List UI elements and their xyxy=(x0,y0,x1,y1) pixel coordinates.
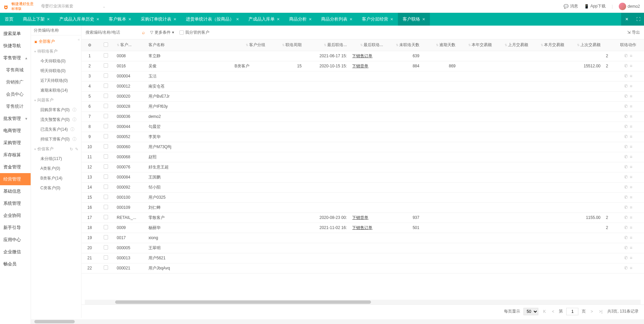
nav-item[interactable]: 会员中心 xyxy=(0,88,31,100)
nav-item[interactable]: 营销推广 xyxy=(0,76,31,88)
row-checkbox[interactable] xyxy=(98,111,114,122)
tab-首页[interactable]: 首页 xyxy=(0,13,18,26)
nav-item[interactable]: 库存核算 xyxy=(0,149,31,161)
last-action-link[interactable]: 下销售订单 xyxy=(352,54,372,58)
phone-icon[interactable]: ✆ xyxy=(624,84,628,89)
more-icon[interactable]: ⌗ xyxy=(630,134,632,139)
more-icon[interactable]: ⌗ xyxy=(630,164,632,169)
nav-item[interactable]: 零售统计 xyxy=(0,100,31,112)
tree-leaf[interactable]: 逾期未联络(14) xyxy=(31,86,81,95)
my-customers-checkbox[interactable]: 我分管的客户 xyxy=(179,30,209,35)
table-row[interactable]: 16000109刘仁蝉✆⌗ xyxy=(81,202,644,213)
nav-item[interactable]: 畅会员 xyxy=(0,258,31,270)
row-checkbox[interactable] xyxy=(98,142,114,152)
nav-item[interactable]: 新手引导 xyxy=(0,222,31,234)
last-action-link[interactable]: 下销售订单 xyxy=(352,225,372,230)
last-action-link[interactable]: 下销货单 xyxy=(352,215,368,220)
table-row[interactable]: 21000013用户5621✆⌗ xyxy=(81,253,644,263)
nav-item[interactable]: 资金管理 xyxy=(0,161,31,173)
tab-产成品入库单[interactable]: 产成品入库单✕ xyxy=(244,13,284,26)
user-menu[interactable]: demo2 xyxy=(619,3,640,10)
app-download-button[interactable]: 📱 App下载 xyxy=(584,3,606,9)
tree-search-input[interactable] xyxy=(34,28,81,33)
refresh-icon[interactable]: ↻ xyxy=(70,147,73,152)
phone-icon[interactable]: ✆ xyxy=(624,205,628,210)
phone-icon[interactable]: ✆ xyxy=(624,235,628,240)
tree-leaf[interactable]: 已流失客户(14)ⓘ xyxy=(31,125,81,134)
last-page-button[interactable]: >| xyxy=(598,309,604,314)
nav-item[interactable]: 基础信息 xyxy=(0,185,31,197)
nav-item[interactable]: 零售管理▲ xyxy=(0,52,31,64)
nav-item[interactable]: 经营管理 xyxy=(0,173,31,185)
table-row[interactable]: 15000100用户0325✆⌗ xyxy=(81,192,644,202)
row-checkbox[interactable] xyxy=(98,81,114,91)
more-icon[interactable]: ⌗ xyxy=(630,235,632,240)
phone-icon[interactable]: ✆ xyxy=(624,215,628,220)
tab-商品上下架[interactable]: 商品上下架✕ xyxy=(18,13,55,26)
table-row[interactable]: 4000012南安仓苍✆⌗ xyxy=(81,81,644,91)
tab-客户账本[interactable]: 客户账本✕ xyxy=(104,13,136,26)
tab-客户分层经营[interactable]: 客户分层经营✕ xyxy=(357,13,398,26)
phone-icon[interactable]: ✆ xyxy=(624,94,628,99)
col-last-action[interactable]: ⇅最后联络... xyxy=(349,39,386,51)
more-icon[interactable]: ⌗ xyxy=(630,245,632,250)
close-icon[interactable]: ✕ xyxy=(422,17,425,22)
more-icon[interactable]: ⌗ xyxy=(630,195,632,200)
nav-item[interactable]: 搜索菜单 xyxy=(0,28,31,40)
nav-item[interactable]: 零售商城 xyxy=(0,64,31,76)
row-checkbox[interactable] xyxy=(98,152,114,162)
col-contact-cycle[interactable]: ⇅联络周期 xyxy=(268,39,304,51)
tab-商品分析[interactable]: 商品分析✕ xyxy=(284,13,316,26)
tree-group[interactable]: ▾待联络客户 xyxy=(31,46,81,56)
more-icon[interactable]: ⌗ xyxy=(630,124,632,129)
table-row[interactable]: 6000028用户IFf63y✆⌗ xyxy=(81,101,644,111)
phone-icon[interactable]: ✆ xyxy=(624,63,628,68)
fullscreen-button[interactable]: ⛶ xyxy=(633,13,644,26)
phone-icon[interactable]: ✆ xyxy=(624,245,628,250)
tree-leaf[interactable]: C类客户(0) xyxy=(31,183,81,193)
row-checkbox[interactable] xyxy=(98,132,114,142)
table-row[interactable]: 5000020用户BvE7Jr✆⌗ xyxy=(81,91,644,101)
close-icon[interactable]: ✕ xyxy=(236,17,239,22)
more-icon[interactable]: ⌗ xyxy=(630,225,632,230)
tree-leaf[interactable]: A类客户(0) xyxy=(31,164,81,173)
tree-leaf[interactable]: 近7天待联络(0) xyxy=(31,76,81,86)
table-horizontal-scrollbar[interactable] xyxy=(85,300,641,304)
more-icon[interactable]: ⌗ xyxy=(630,265,632,270)
tree-leaf[interactable]: 今天待联络(0) xyxy=(31,56,81,66)
col-last-transaction[interactable]: ⇅上次交易额 xyxy=(567,39,603,51)
table-row[interactable]: 190017xiong✆⌗ xyxy=(81,233,644,243)
tree-leaf[interactable]: 持续下滑客户(0)ⓘ xyxy=(31,134,81,144)
tree-leaf[interactable]: 回购异常客户(0)ⓘ xyxy=(31,105,81,115)
account-selector[interactable]: 母婴行业演示账套 ⌄ xyxy=(41,3,106,9)
table-row[interactable]: 13000084王国鹏✆⌗ xyxy=(81,172,644,182)
col-last-contact[interactable]: ⇅最后联络... xyxy=(304,39,350,51)
more-icon[interactable]: ⌗ xyxy=(630,84,632,89)
row-checkbox[interactable] xyxy=(98,51,114,61)
phone-icon[interactable]: ✆ xyxy=(624,134,628,139)
messages-button[interactable]: 💬 消息 xyxy=(564,3,578,9)
page-input[interactable] xyxy=(566,308,578,315)
tree-leaf[interactable]: 流失预警客户(0)ⓘ xyxy=(31,115,81,125)
info-icon[interactable]: ⓘ xyxy=(72,117,76,123)
first-page-button[interactable]: K xyxy=(542,309,547,314)
table-row[interactable]: 20016吴俊B类客户152020-10-15 15:下销货单884869155… xyxy=(81,61,644,71)
row-checkbox[interactable] xyxy=(98,162,114,172)
nav-item[interactable]: 企业微信 xyxy=(0,246,31,258)
settings-column-header[interactable]: ⚙ xyxy=(81,39,98,51)
close-icon[interactable]: ✕ xyxy=(277,17,280,22)
more-icon[interactable]: ⌗ xyxy=(630,205,632,210)
phone-icon[interactable]: ✆ xyxy=(624,164,628,169)
nav-item[interactable]: 快捷导航 xyxy=(0,40,31,52)
row-checkbox[interactable] xyxy=(98,61,114,71)
more-icon[interactable]: ⌗ xyxy=(630,94,632,99)
nav-item[interactable]: 企业协同 xyxy=(0,209,31,222)
row-checkbox[interactable] xyxy=(98,233,114,243)
col-days-no-contact[interactable]: ⇅未联络天数 xyxy=(386,39,422,51)
more-icon[interactable]: ⌗ xyxy=(630,63,632,68)
col-customer-code[interactable]: ⇅客户... xyxy=(114,39,146,51)
export-button[interactable]: ⇲ 导出 xyxy=(627,30,640,35)
row-checkbox[interactable] xyxy=(98,213,114,223)
col-last-month[interactable]: ⇅上月交易额 xyxy=(495,39,531,51)
phone-icon[interactable]: ✆ xyxy=(624,53,628,58)
